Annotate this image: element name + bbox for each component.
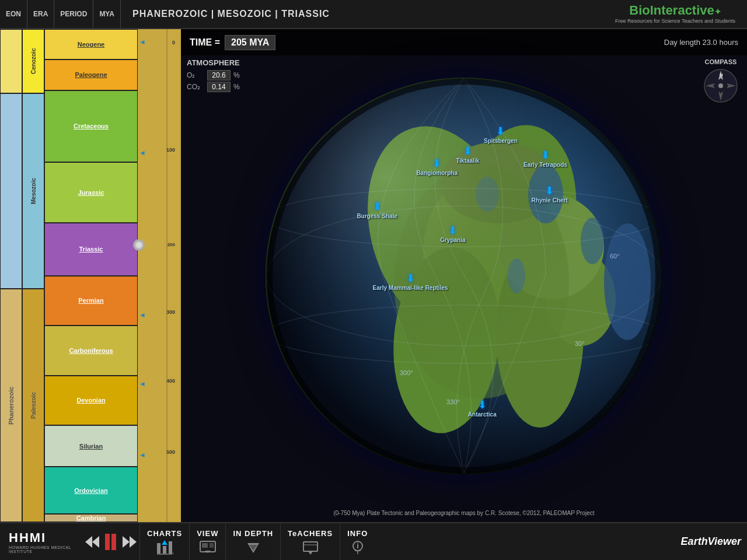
- compass-panel: COMPASS N: [703, 58, 738, 106]
- location-bangiomorpha-label: Bangiomorpha: [416, 170, 458, 176]
- view-label: VIEW: [197, 529, 218, 538]
- teachers-label: TeACHERS: [288, 529, 333, 538]
- eon-mesozoic-label: [0, 93, 22, 289]
- period-permian[interactable]: Permian: [44, 276, 138, 326]
- svg-text:N: N: [720, 72, 723, 78]
- svg-rect-46: [303, 542, 317, 551]
- svg-marker-48: [308, 551, 313, 555]
- location-early-tetrapods-label: Early Tetrapods: [523, 162, 567, 168]
- era-mesozoic: Mesozoic: [22, 93, 44, 289]
- location-antarctica[interactable]: ⬇ Antarctica: [468, 398, 497, 418]
- svg-rect-35: [163, 546, 166, 554]
- co2-label: CO₂: [187, 83, 204, 91]
- teachers-section[interactable]: TeACHERS: [280, 523, 340, 560]
- location-bangiomorpha[interactable]: ⬇ Bangiomorpha: [416, 157, 458, 176]
- view-section[interactable]: VIEW: [189, 523, 225, 560]
- earthviewer-label: EarthViewer: [681, 536, 741, 548]
- o2-row: O₂ 20.6 %: [187, 70, 240, 80]
- period-triassic[interactable]: Triassic: [44, 223, 138, 275]
- period-neogene[interactable]: Neogene: [44, 29, 138, 60]
- location-spitsbergen-label: Spitsbergen: [484, 138, 518, 144]
- info-label: INFO: [347, 529, 368, 538]
- era-cenozoic: Cenozoic: [22, 29, 44, 93]
- period-jurassic[interactable]: Jurassic: [44, 162, 138, 223]
- biointeractive-logo: BioInteractive✦ Free Resources for Scien…: [615, 3, 735, 24]
- compass-rose: N: [703, 68, 738, 103]
- location-spitsbergen[interactable]: ⬇ Spitsbergen: [484, 125, 518, 144]
- charts-icon: [156, 540, 173, 555]
- eon-phanerozoic: Phanerozoic: [0, 289, 22, 522]
- location-grypania[interactable]: ⬇ Grypania: [440, 224, 465, 243]
- co2-value: 0.14: [207, 82, 231, 92]
- svg-marker-30: [85, 536, 92, 548]
- charts-label: CHARTS: [147, 529, 182, 538]
- location-tiktaalik-label: Tiktaalik: [456, 158, 479, 164]
- timeline-panel: Phanerozoic Cenozoic Mesozoic Paleozoic …: [0, 29, 181, 522]
- svg-point-51: [357, 542, 358, 544]
- charts-section[interactable]: CHARTS: [139, 523, 189, 560]
- location-early-mammal[interactable]: ⬇ Early Mammal-like Reptiles: [373, 272, 448, 291]
- page-title: PHANEROZOIC | MESOZOIC | TRIASSIC: [121, 9, 341, 19]
- header-bar: EON ERA PERIOD MYA PHANEROZOIC | MESOZOI…: [0, 0, 747, 29]
- eon-column: Phanerozoic: [0, 29, 22, 522]
- location-rhynie-chert-label: Rhynie Chert: [532, 197, 568, 204]
- era-column: Cenozoic Mesozoic Paleozoic: [22, 29, 44, 522]
- info-icon: [349, 540, 366, 555]
- hhmi-subtitle: HOWARD HUGHES MEDICAL INSTITUTE: [9, 545, 79, 554]
- eon-header: EON: [0, 0, 27, 28]
- co2-unit: %: [233, 83, 240, 91]
- location-burgess-shale-label: Burgess Shale: [357, 213, 397, 219]
- globe-caption: (0-750 Mya) Plate Tectonic and Paleogeog…: [333, 510, 594, 516]
- svg-rect-34: [157, 543, 160, 554]
- logo-text: BioInteractive✦: [615, 3, 735, 18]
- location-rhynie-chert[interactable]: ⬇ Rhynie Chert: [532, 184, 568, 204]
- period-cambrian[interactable]: Cambrian: [44, 514, 138, 522]
- svg-marker-31: [92, 536, 99, 548]
- in-depth-label: IN DEPTH: [233, 529, 273, 538]
- period-paleogene[interactable]: Paleogene: [44, 60, 138, 90]
- in-depth-icon: [245, 540, 262, 555]
- location-grypania-label: Grypania: [440, 237, 465, 243]
- location-tiktaalik[interactable]: ⬇ Tiktaalik: [456, 145, 479, 164]
- globe[interactable]: 300° 330° 30° 60° ⬇ Spitsbergen ⬇ Tiktaa…: [266, 78, 662, 474]
- svg-point-28: [718, 83, 723, 88]
- period-devonian[interactable]: Devonian: [44, 376, 138, 425]
- hhmi-logo: HHMI HOWARD HUGHES MEDICAL INSTITUTE: [6, 527, 82, 556]
- period-silurian[interactable]: Silurian: [44, 425, 138, 467]
- o2-value: 20.6: [207, 70, 231, 80]
- globe-container[interactable]: 300° 330° 30° 60° ⬇ Spitsbergen ⬇ Tiktaa…: [181, 29, 747, 522]
- globe-svg: 300° 330° 30° 60°: [266, 78, 662, 474]
- rewind-button[interactable]: [82, 531, 102, 552]
- info-section[interactable]: INFO: [340, 523, 375, 560]
- atmosphere-title: ATMOSPHERE: [187, 58, 240, 67]
- location-early-tetrapods[interactable]: ⬇ Early Tetrapods: [523, 149, 567, 168]
- location-burgess-shale[interactable]: ⬇ Burgess Shale: [357, 200, 397, 219]
- atmosphere-panel: ATMOSPHERE O₂ 20.6 % CO₂ 0.14 %: [187, 58, 240, 93]
- header-labels: EON ERA PERIOD MYA: [0, 0, 121, 28]
- svg-rect-36: [169, 541, 172, 554]
- period-carboniferous[interactable]: Carboniferous: [44, 326, 138, 375]
- mya-ruler[interactable]: 0 ◄ 100 ◄ 200 300 ◄ 400 ◄ 500 ◄: [138, 29, 181, 522]
- o2-label: O₂: [187, 71, 204, 79]
- period-ordovician[interactable]: Ordovician: [44, 467, 138, 514]
- mya-header: MYA: [93, 0, 121, 28]
- period-header: PERIOD: [54, 0, 93, 28]
- pause-button[interactable]: [105, 534, 116, 550]
- hhmi-text: HHMI: [9, 530, 46, 545]
- forward-button[interactable]: [119, 531, 139, 552]
- svg-marker-33: [130, 536, 137, 548]
- period-cretaceous[interactable]: Cretaceous: [44, 90, 138, 162]
- in-depth-section[interactable]: IN DEPTH: [225, 523, 280, 560]
- timeline-slider[interactable]: [133, 239, 145, 251]
- co2-row: CO₂ 0.14 %: [187, 82, 240, 92]
- ruler-lines: [138, 29, 178, 522]
- svg-marker-39: [172, 551, 173, 555]
- bottom-nav: HHMI HOWARD HUGHES MEDICAL INSTITUTE CHA…: [0, 522, 747, 560]
- playback-controls[interactable]: [82, 531, 139, 552]
- era-paleozoic: Paleozoic: [22, 289, 44, 522]
- location-early-mammal-label: Early Mammal-like Reptiles: [373, 285, 448, 291]
- svg-marker-37: [157, 554, 172, 555]
- location-antarctica-label: Antarctica: [468, 411, 497, 418]
- o2-unit: %: [233, 71, 240, 79]
- eon-cenozoic: [0, 29, 22, 93]
